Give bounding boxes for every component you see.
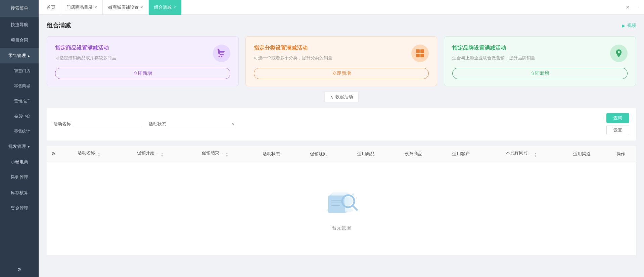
category-icon <box>411 45 429 62</box>
col-exception-goods-label: 例外商品 <box>405 151 422 156</box>
col-activity-name[interactable]: 活动名称 ▲▼ <box>60 146 118 162</box>
sidebar-item-label: 小畅电商 <box>11 159 28 165</box>
video-link[interactable]: ▶ 视频 <box>622 22 636 29</box>
collapse-bar: ∧ 收起活动 <box>47 92 636 102</box>
chevron-up-icon: ▲ <box>27 54 31 58</box>
sort-arrows-no-concurrent: ▲▼ <box>534 152 537 158</box>
collapse-btn-label: 收起活动 <box>335 94 353 100</box>
table-body: 暂无数据 <box>47 162 636 256</box>
promo-card-product: 指定商品设置满减活动 可指定滞销商品或库存较多商品 立即新增 <box>47 36 239 86</box>
activity-name-input[interactable] <box>74 120 141 128</box>
page-header: 组合满减 ▶ 视频 <box>47 21 636 30</box>
gear-icon: ⚙ <box>17 267 21 272</box>
promo-cards-row: 指定商品设置满减活动 可指定滞销商品或库存较多商品 立即新增 指定分类设置满减活… <box>47 36 636 86</box>
tab-combo-discount[interactable]: 组合满减 × <box>149 0 182 15</box>
sort-arrows-activity-name: ▲▼ <box>98 152 100 158</box>
tab-wechat-store[interactable]: 微商城店铺设置 × <box>103 0 149 15</box>
col-actions-label: 操作 <box>616 151 625 156</box>
video-label: 视频 <box>627 22 636 29</box>
empty-illustration <box>321 186 362 220</box>
sidebar-item-label: 项目合同 <box>11 37 28 43</box>
settings-button[interactable]: 设置 <box>606 125 629 135</box>
col-activity-status-label: 活动状态 <box>263 151 280 156</box>
col-no-concurrent-label: 不允许同时... <box>506 150 532 155</box>
main-area: 首页 门店商品目录 × 微商城店铺设置 × 组合满减 × ✕ — 组合满减 ▶ … <box>39 0 644 277</box>
sidebar-item-fund-mgmt[interactable]: 资金管理 <box>0 201 39 216</box>
promo-card-category-btn[interactable]: 立即新增 <box>254 68 429 79</box>
sidebar-item-label: 批发管理 <box>8 144 26 150</box>
col-actions: 操作 <box>606 146 636 162</box>
sidebar-item-member-center[interactable]: 会员中心 <box>0 109 39 124</box>
activity-status-label: 活动状态 <box>149 121 166 127</box>
activity-status-select-wrapper: 进行中 已结束 未开始 <box>169 120 236 128</box>
sort-arrows-promo-end: ▲▼ <box>226 152 228 158</box>
sidebar-item-quick-nav[interactable]: 快捷导航 <box>0 17 39 33</box>
empty-text: 暂无数据 <box>57 225 626 231</box>
sidebar-settings-btn[interactable]: ⚙ <box>0 262 39 277</box>
sidebar-item-purchase-mgmt[interactable]: 采购管理 <box>0 170 39 185</box>
svg-point-10 <box>344 197 353 206</box>
query-button[interactable]: 查询 <box>606 113 629 123</box>
sidebar-item-retail-mgmt[interactable]: 零售管理 ▲ <box>0 48 39 63</box>
col-activity-status: 活动状态 <box>247 146 295 162</box>
tab-wechat-store-close[interactable]: × <box>141 5 143 10</box>
tab-store-catalog[interactable]: 门店商品目录 × <box>61 0 103 15</box>
promo-card-product-btn[interactable]: 立即新增 <box>55 68 230 79</box>
sidebar-item-label: 库存核算 <box>11 190 28 196</box>
product-icon <box>213 45 230 62</box>
col-promo-start-label: 促销开始... <box>137 150 158 155</box>
tab-combo-discount-label: 组合满减 <box>154 4 172 10</box>
activity-name-label: 活动名称 <box>53 121 71 127</box>
sidebar-item-inventory-check[interactable]: 库存核算 <box>0 185 39 201</box>
promo-card-brand: 指定品牌设置满减活动 适合与上游企业联合做营销，提升品牌销量 立即新增 <box>444 36 636 86</box>
sidebar-item-label: 资金管理 <box>11 205 28 211</box>
col-exception-goods: 例外商品 <box>390 146 437 162</box>
col-promo-rule: 促销规则 <box>295 146 342 162</box>
content-area: 组合满减 ▶ 视频 指定商品设置满减活动 可指定滞销商品或库存较多商品 立即新增 <box>39 15 644 277</box>
col-promo-rule-label: 促销规则 <box>310 151 327 156</box>
sidebar-item-label: 智慧门店 <box>14 68 30 74</box>
sidebar-item-label: 快捷导航 <box>11 22 28 28</box>
sidebar-item-label: 会员中心 <box>14 113 30 119</box>
tab-wechat-store-label: 微商城店铺设置 <box>108 4 139 10</box>
promo-card-product-desc: 可指定滞销商品或库存较多商品 <box>55 55 230 61</box>
activity-status-select[interactable]: 进行中 已结束 未开始 <box>169 120 236 128</box>
svg-rect-0 <box>416 49 420 53</box>
promo-card-brand-desc: 适合与上游企业联合做营销，提升品牌销量 <box>452 55 628 61</box>
sidebar-search[interactable]: 搜索菜单 <box>0 0 39 17</box>
table-settings-icon: ⚙ <box>51 151 55 156</box>
col-applicable-channel: 适用渠道 <box>558 146 605 162</box>
sidebar-item-project-contract[interactable]: 项目合同 <box>0 33 39 48</box>
col-applicable-customer: 适用客户 <box>437 146 485 162</box>
window-close-icon[interactable]: ✕ <box>626 5 630 10</box>
chevron-up-icon: ∧ <box>330 95 333 100</box>
sidebar-item-wholesale-mgmt[interactable]: 批发管理 ▼ <box>0 139 39 154</box>
empty-state: 暂无数据 <box>50 166 633 251</box>
sidebar-item-label: 营销推广 <box>14 98 30 104</box>
collapse-activities-btn[interactable]: ∧ 收起活动 <box>324 92 359 102</box>
col-promo-end[interactable]: 促销结束... ▲▼ <box>183 146 247 162</box>
col-promo-end-label: 促销结束... <box>202 150 223 155</box>
sidebar-search-label: 搜索菜单 <box>11 6 28 11</box>
sidebar-item-label: 采购管理 <box>11 174 28 180</box>
col-no-concurrent[interactable]: 不允许同时... ▲▼ <box>485 146 558 162</box>
tab-home[interactable]: 首页 <box>41 0 61 15</box>
promo-card-brand-btn[interactable]: 立即新增 <box>452 68 628 79</box>
sidebar-item-xiaochangec[interactable]: 小畅电商 <box>0 154 39 170</box>
tab-combo-discount-close[interactable]: × <box>174 5 176 10</box>
col-applicable-goods: 适用商品 <box>342 146 390 162</box>
svg-rect-3 <box>421 54 424 57</box>
svg-rect-1 <box>421 49 424 53</box>
window-minimize-icon[interactable]: — <box>634 5 639 10</box>
sidebar-item-marketing[interactable]: 营销推广 <box>0 94 39 109</box>
svg-point-15 <box>352 193 354 196</box>
tab-store-catalog-close[interactable]: × <box>95 5 97 10</box>
sidebar-item-retail-stats[interactable]: 零售统计 <box>0 124 39 139</box>
empty-row: 暂无数据 <box>47 162 636 256</box>
sidebar-item-smart-store[interactable]: 智慧门店 <box>0 63 39 78</box>
brand-icon <box>610 45 628 62</box>
col-promo-start[interactable]: 促销开始... ▲▼ <box>118 146 183 162</box>
sidebar-item-retail-mall[interactable]: 零售商城 <box>0 78 39 94</box>
table-header: ⚙ 活动名称 ▲▼ 促销开始... ▲▼ 促销结束... ▲▼ <box>47 146 636 162</box>
col-settings[interactable]: ⚙ <box>47 146 60 162</box>
